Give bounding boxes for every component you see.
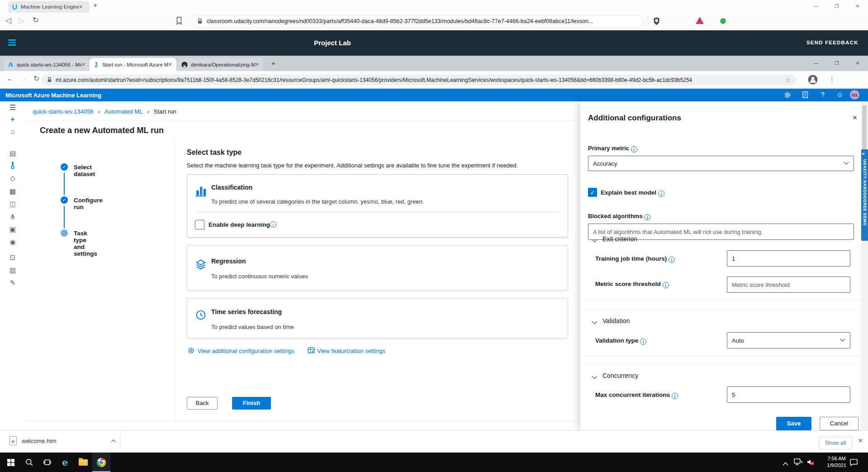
cancel-button[interactable]: Cancel: [820, 417, 859, 430]
primary-metric-dropdown[interactable]: Accuracy: [588, 156, 854, 171]
task-card-time-series[interactable]: Time series forecasting To predict value…: [187, 298, 568, 339]
finish-button[interactable]: Finish: [232, 397, 271, 410]
outer-tab-close-icon[interactable]: ✕: [79, 4, 83, 10]
breadcrumb-workspace-link[interactable]: quick-starts-ws-134056: [33, 108, 93, 115]
models-icon[interactable]: ▣: [0, 225, 25, 234]
taskbar-ie-button[interactable]: e: [56, 453, 74, 472]
concurrency-collapse-icon[interactable]: [592, 373, 598, 381]
info-icon[interactable]: [640, 339, 646, 345]
validation-collapse-icon[interactable]: [592, 319, 598, 327]
outer-back-icon[interactable]: ◁: [5, 16, 11, 25]
metric-score-threshold-input[interactable]: [727, 277, 850, 293]
feedback-smiley-icon[interactable]: ☺: [836, 91, 843, 98]
task-card-regression[interactable]: Regression To predict continuous numeric…: [187, 245, 568, 291]
task-card-classification[interactable]: Classification To predict one of several…: [187, 174, 568, 238]
download-item[interactable]: e welcome.htm: [9, 436, 116, 446]
view-additional-configuration-link[interactable]: View additional configuration settings: [198, 348, 294, 354]
notebook-checklist-icon[interactable]: [802, 91, 809, 99]
outer-browser-tab[interactable]: Machine Learning Engineer with ✕: [8, 1, 90, 13]
inner-forward-icon[interactable]: →: [20, 75, 27, 83]
udacity-demo-side-tab[interactable]: « UDACITY NANODEGREE DEMO: [861, 149, 868, 241]
outer-new-tab-button[interactable]: +: [93, 1, 97, 10]
info-icon[interactable]: [270, 221, 276, 228]
tray-expand-icon[interactable]: [783, 459, 788, 467]
show-all-downloads-button[interactable]: Show all: [819, 437, 852, 449]
send-feedback-button[interactable]: SEND FEEDBACK: [806, 40, 859, 45]
brave-shield-icon[interactable]: [653, 17, 660, 26]
enable-deep-learning-checkbox[interactable]: [195, 220, 204, 229]
outer-window-close-button[interactable]: ✕: [847, 0, 868, 13]
info-icon[interactable]: [644, 214, 650, 220]
action-center-icon[interactable]: [849, 458, 858, 466]
side-tab-label: UDACITY NANODEGREE DEMO: [863, 159, 867, 226]
explain-best-model-checkbox[interactable]: ✓: [588, 188, 597, 197]
data-labeling-icon[interactable]: ✎: [0, 279, 25, 287]
settings-gear-icon[interactable]: [784, 91, 791, 99]
designer-icon[interactable]: ◇: [0, 174, 25, 182]
view-featurization-link[interactable]: View featurization settings: [317, 348, 385, 354]
taskbar-clock[interactable]: 7:56 AM 1/9/2021: [827, 455, 846, 469]
info-icon[interactable]: [672, 393, 678, 399]
endpoints-icon[interactable]: ◉: [0, 238, 25, 246]
inner-tab-close-icon[interactable]: ✕: [255, 62, 259, 67]
save-button[interactable]: Save: [776, 417, 811, 430]
home-icon[interactable]: ⌂: [0, 128, 25, 136]
environments-icon[interactable]: ▥: [0, 266, 25, 274]
outer-address-bar[interactable]: classroom.udacity.com/nanodegrees/nd0033…: [191, 15, 644, 28]
shelf-close-icon[interactable]: ✕: [858, 437, 863, 444]
taskbar-chrome-button[interactable]: [92, 453, 110, 472]
outer-window-minimize-button[interactable]: —: [806, 0, 826, 13]
breadcrumb-section-link[interactable]: Automated ML: [104, 108, 143, 115]
compute-icon[interactable]: ⊡: [0, 253, 25, 262]
chevron-up-icon[interactable]: [111, 439, 116, 443]
exit-criterion-collapse-icon[interactable]: [592, 237, 598, 245]
info-icon[interactable]: [669, 257, 675, 263]
classroom-menu-icon[interactable]: [8, 39, 16, 47]
max-concurrent-iterations-input[interactable]: [727, 386, 850, 403]
network-icon[interactable]: [794, 458, 802, 466]
inner-tab-close-icon[interactable]: ✕: [168, 62, 172, 67]
pipelines-icon[interactable]: ⋔: [0, 213, 25, 221]
profile-avatar-icon[interactable]: [808, 75, 818, 85]
info-icon[interactable]: [631, 146, 637, 153]
taskbar-file-explorer-button[interactable]: [74, 453, 92, 472]
inner-window-close-button[interactable]: ✕: [847, 57, 868, 70]
divider: [580, 300, 868, 300]
nav-menu-icon[interactable]: ☰: [0, 103, 25, 112]
inner-tab-start-run[interactable]: Start run - Microsoft Azure Mach ✕: [90, 58, 176, 71]
inner-tab-close-icon[interactable]: ✕: [81, 62, 85, 67]
browser-menu-icon[interactable]: ⋮: [829, 75, 835, 83]
inner-tab-azure-portal[interactable]: quick-starts-ws-134056 - Microso ✕: [4, 58, 90, 71]
start-button[interactable]: [2, 453, 20, 472]
inner-address-bar[interactable]: ml.azure.com/automl/startrun?wsid=/subsc…: [42, 74, 796, 86]
inner-tab-github[interactable]: dimikara/Operationalizing-Mach ✕: [177, 58, 263, 71]
help-icon[interactable]: ?: [821, 91, 825, 98]
datasets-icon[interactable]: ▦: [0, 187, 25, 195]
outer-window-maximize-button[interactable]: ❐: [826, 0, 847, 13]
info-icon[interactable]: [658, 191, 664, 197]
new-item-icon[interactable]: +: [0, 115, 25, 124]
user-avatar[interactable]: O1: [850, 90, 859, 100]
panel-close-icon[interactable]: ✕: [852, 114, 858, 121]
info-icon[interactable]: [663, 282, 669, 288]
outer-forward-icon[interactable]: ▷: [19, 16, 25, 25]
taskbar-search-button[interactable]: [20, 453, 38, 472]
training-job-time-input[interactable]: [727, 250, 850, 267]
automated-ml-icon[interactable]: [9, 162, 16, 169]
inner-new-tab-button[interactable]: +: [271, 59, 275, 67]
inner-window-minimize-button[interactable]: —: [806, 57, 826, 70]
outer-reload-icon[interactable]: ↻: [33, 15, 39, 25]
task-view-button[interactable]: [38, 453, 56, 472]
bookmark-icon[interactable]: [176, 17, 182, 25]
extension-triangle-icon[interactable]: [696, 17, 704, 24]
bookmark-star-icon[interactable]: ☆: [785, 76, 791, 84]
inner-window-maximize-button[interactable]: ❐: [826, 57, 847, 70]
back-button[interactable]: Back: [187, 397, 218, 410]
inner-reload-icon[interactable]: ↻: [33, 74, 39, 83]
inner-back-icon[interactable]: ←: [6, 75, 14, 83]
notebooks-icon[interactable]: ▤: [0, 149, 25, 157]
volume-muted-icon[interactable]: [806, 458, 815, 468]
validation-type-dropdown[interactable]: Auto: [727, 332, 850, 348]
experiments-icon[interactable]: ◫: [0, 200, 25, 208]
extension-green-icon[interactable]: [720, 18, 726, 24]
